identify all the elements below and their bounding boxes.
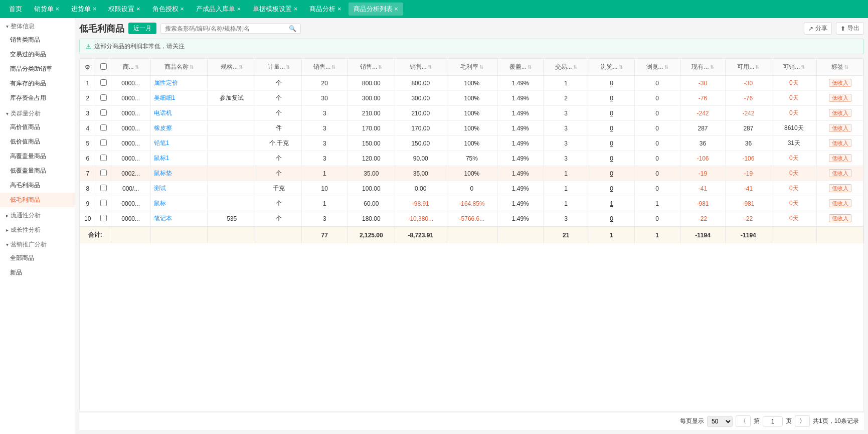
row-checkbox[interactable] — [100, 124, 107, 131]
col-name[interactable]: 商品名称⇅ — [150, 59, 207, 76]
cell-checkbox[interactable] — [96, 151, 111, 166]
cell-sale-amount: 90.00 — [395, 151, 446, 166]
sidebar-item-new-products[interactable]: 新品 — [0, 265, 75, 280]
prev-page-button[interactable]: 〈 — [736, 415, 751, 427]
col-spec[interactable]: 规格...⇅ — [208, 59, 256, 76]
nav-purchase-order[interactable]: 进货单 × — [66, 3, 101, 16]
cell-trade: 1 — [543, 166, 589, 181]
cell-unit: 个 — [256, 76, 302, 91]
cell-checkbox[interactable] — [96, 106, 111, 121]
cell-name[interactable]: 属性定价 — [150, 76, 207, 91]
col-browse1[interactable]: 浏览...⇅ — [589, 59, 634, 76]
sidebar-group-growth[interactable]: ▸ 成长性分析 — [0, 222, 75, 236]
sidebar-item-stock-capital[interactable]: 库存资金占用 — [0, 91, 75, 105]
sidebar-group-cluster[interactable]: ▾ 类群量分析 — [0, 105, 75, 120]
page-size-select[interactable]: 50 100 200 — [707, 416, 733, 427]
cell-sale-qty: 3 — [302, 211, 348, 227]
nav-sales-order[interactable]: 销货单 × — [29, 3, 64, 16]
sidebar-item-all-products[interactable]: 全部商品 — [0, 251, 75, 265]
cell-checkbox[interactable] — [96, 166, 111, 181]
cell-name[interactable]: 铅笔1 — [150, 136, 207, 151]
sidebar-item-low-margin[interactable]: 低毛利商品 — [0, 193, 75, 207]
export-button[interactable]: ⬆ 导出 — [836, 22, 864, 35]
col-gross-rate[interactable]: 毛利率⇅ — [446, 59, 498, 76]
col-browse2[interactable]: 浏览...⇅ — [634, 59, 680, 76]
row-checkbox[interactable] — [100, 109, 107, 116]
cell-name[interactable]: 鼠标1 — [150, 151, 207, 166]
col-sale-qty[interactable]: 销售...⇅ — [302, 59, 348, 76]
cell-checkbox[interactable] — [96, 211, 111, 227]
sidebar-item-stock-products[interactable]: 有库存的商品 — [0, 76, 75, 91]
table-container[interactable]: ⚙ 商...⇅ 商品名称⇅ 规格...⇅ 计量...⇅ 销售...⇅ 销售...… — [79, 58, 864, 412]
cell-browse1[interactable]: 0 — [589, 91, 634, 106]
cell-browse1[interactable]: 0 — [589, 76, 634, 91]
row-checkbox[interactable] — [100, 200, 107, 206]
page-number-input[interactable] — [763, 416, 783, 426]
cell-browse1[interactable]: 0 — [589, 121, 634, 136]
sidebar-item-high-coverage[interactable]: 高覆盖量商品 — [0, 149, 75, 164]
sidebar-item-low-value[interactable]: 低价值商品 — [0, 134, 75, 149]
sidebar-item-high-value[interactable]: 高价值商品 — [0, 120, 75, 134]
nav-role-auth[interactable]: 角色授权 × — [147, 3, 189, 16]
cell-name[interactable]: 鼠标垫 — [150, 166, 207, 181]
nav-permission-setting[interactable]: 权限设置 × — [103, 3, 145, 16]
nav-product-warehouse[interactable]: 产成品入库单 × — [191, 3, 246, 16]
cell-browse1[interactable]: 0 — [589, 136, 634, 151]
nav-product-analysis[interactable]: 商品分析 × — [304, 3, 346, 16]
sidebar-item-traded-products[interactable]: 交易过的商品 — [0, 47, 75, 62]
search-input[interactable] — [165, 25, 289, 32]
row-checkbox[interactable] — [100, 139, 107, 146]
sidebar-item-high-margin[interactable]: 高毛利商品 — [0, 178, 75, 193]
search-icon[interactable]: 🔍 — [289, 25, 296, 32]
cell-checkbox[interactable] — [96, 121, 111, 136]
select-all-checkbox[interactable] — [100, 63, 107, 70]
sidebar-item-sales-products[interactable]: 销售类商品 — [0, 33, 75, 47]
col-trade[interactable]: 交易...⇅ — [543, 59, 589, 76]
row-checkbox[interactable] — [100, 185, 107, 191]
date-filter-button[interactable]: 近一月 — [128, 23, 156, 34]
cell-name[interactable]: 笔记本 — [150, 211, 207, 227]
sidebar-group-overall[interactable]: ▾ 整体信息 — [0, 18, 75, 33]
cell-checkbox[interactable] — [96, 196, 111, 211]
col-code[interactable]: 商...⇅ — [111, 59, 150, 76]
col-unit[interactable]: 计量...⇅ — [256, 59, 302, 76]
col-available[interactable]: 可用...⇅ — [726, 59, 771, 76]
sidebar-item-category-rate[interactable]: 商品分类助销率 — [0, 62, 75, 76]
cell-browse1[interactable]: 0 — [589, 211, 634, 227]
row-checkbox[interactable] — [100, 170, 107, 176]
cell-checkbox[interactable] — [96, 136, 111, 151]
row-checkbox[interactable] — [100, 155, 107, 161]
cell-browse1[interactable]: 1 — [589, 196, 634, 211]
col-saleable[interactable]: 可销...⇅ — [771, 59, 817, 76]
col-current[interactable]: 现有...⇅ — [680, 59, 726, 76]
sidebar-group-circulation[interactable]: ▸ 流通性分析 — [0, 207, 75, 222]
nav-template-setting[interactable]: 单据模板设置 × — [248, 3, 302, 16]
nav-product-analysis-list[interactable]: 商品分析列表 × — [349, 3, 403, 16]
cell-browse1[interactable]: 0 — [589, 181, 634, 196]
col-sale-amount[interactable]: 销售...⇅ — [395, 59, 446, 76]
cell-name[interactable]: 鼠标 — [150, 196, 207, 211]
row-checkbox[interactable] — [100, 79, 107, 86]
cell-browse1[interactable]: 0 — [589, 106, 634, 121]
cell-name[interactable]: 吴细细1 — [150, 91, 207, 106]
cell-name[interactable]: 测试 — [150, 181, 207, 196]
share-button[interactable]: ↗ 分享 — [804, 22, 832, 35]
cell-checkbox[interactable] — [96, 181, 111, 196]
col-checkbox[interactable] — [96, 59, 111, 76]
cell-checkbox[interactable] — [96, 91, 111, 106]
cell-browse1[interactable]: 0 — [589, 166, 634, 181]
cell-name[interactable]: 电话机 — [150, 106, 207, 121]
next-page-button[interactable]: 〉 — [795, 415, 810, 427]
sidebar-group-marketing[interactable]: ▾ 营销推广分析 — [0, 236, 75, 251]
col-cover[interactable]: 覆盖...⇅ — [497, 59, 543, 76]
nav-home[interactable]: 首页 — [4, 3, 27, 16]
col-sale-price[interactable]: 销售...⇅ — [348, 59, 395, 76]
col-tag[interactable]: 标签⇅ — [817, 59, 863, 76]
col-gear[interactable]: ⚙ — [80, 59, 96, 76]
cell-name[interactable]: 橡皮擦 — [150, 121, 207, 136]
row-checkbox[interactable] — [100, 215, 107, 221]
cell-checkbox[interactable] — [96, 76, 111, 91]
sidebar-item-low-coverage[interactable]: 低覆盖量商品 — [0, 164, 75, 178]
cell-browse1[interactable]: 0 — [589, 151, 634, 166]
row-checkbox[interactable] — [100, 94, 107, 101]
